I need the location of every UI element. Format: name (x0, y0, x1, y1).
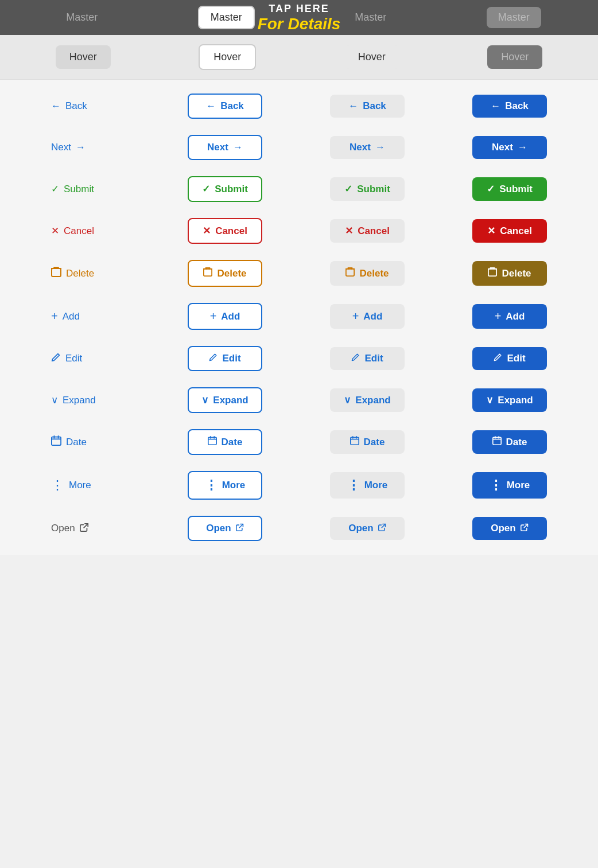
submit-check-icon-gray: ✓ (344, 183, 352, 195)
expand-gray-btn[interactable]: ∨ Expand (330, 388, 405, 412)
for-details-text: For Details (258, 15, 341, 33)
svg-rect-32 (492, 437, 500, 445)
edit-filled-btn[interactable]: Edit (472, 347, 547, 370)
submit-check-icon-outline: ✓ (202, 183, 210, 195)
edit-pencil-icon-filled (494, 353, 502, 364)
master-plain-3: Master (345, 7, 395, 28)
open-external-icon-filled (521, 523, 529, 534)
hover-gray[interactable]: Hover (344, 45, 399, 69)
back-arrow-icon-outline: ← (206, 100, 216, 112)
delete-filled-btn[interactable]: Delete (472, 261, 547, 286)
expand-chevron-icon-gray: ∨ (344, 394, 351, 406)
delete-trash-icon-filled (488, 267, 497, 280)
expand-plain: ∨ Expand (51, 388, 120, 412)
open-external-icon-outline (236, 523, 244, 534)
cancel-x-icon-plain: ✕ (51, 225, 59, 237)
date-outline-btn[interactable]: Date (188, 429, 262, 455)
back-arrow-icon-filled: ← (491, 100, 500, 112)
add-plus-icon-plain: + (51, 310, 58, 323)
master-outline-2[interactable]: Master (198, 6, 255, 29)
more-filled-btn[interactable]: ⋮ More (472, 472, 547, 499)
cancel-filled-btn[interactable]: ✕ Cancel (472, 219, 547, 243)
add-outline-btn[interactable]: + Add (188, 303, 262, 330)
svg-rect-28 (350, 437, 358, 445)
expand-outline-btn[interactable]: ∨ Expand (188, 387, 262, 413)
delete-trash-icon-gray (345, 267, 355, 280)
add-gray-btn[interactable]: + Add (330, 304, 405, 329)
cancel-gray-btn[interactable]: ✕ Cancel (330, 219, 405, 243)
more-gray-btn[interactable]: ⋮ More (330, 472, 405, 499)
next-gray-btn[interactable]: Next → (330, 136, 405, 159)
back-outline-btn[interactable]: ← Back (188, 94, 262, 119)
hover-plain[interactable]: Hover (56, 45, 111, 69)
tap-here-text: TAP HERE (258, 3, 341, 15)
cancel-outline-btn[interactable]: ✕ Cancel (188, 218, 262, 244)
back-filled-btn[interactable]: ← Back (472, 95, 547, 118)
open-outline-btn[interactable]: Open (188, 516, 262, 541)
add-plain: + Add (51, 304, 120, 329)
more-outline-btn[interactable]: ⋮ More (188, 471, 262, 500)
master-filled-4[interactable]: Master (487, 7, 541, 28)
date-filled-btn[interactable]: Date (472, 430, 547, 454)
back-arrow-icon-gray: ← (348, 100, 358, 112)
date-gray-btn[interactable]: Date (330, 430, 405, 454)
add-plus-icon-gray: + (352, 310, 359, 323)
hover-row: Hover Hover Hover Hover (0, 35, 598, 80)
submit-check-icon-filled: ✓ (487, 183, 495, 195)
date-calendar-icon-filled (492, 436, 502, 448)
date-calendar-icon-outline (208, 436, 217, 448)
delete-trash-icon-plain (51, 266, 61, 281)
svg-rect-10 (346, 269, 354, 276)
delete-plain: Delete (51, 260, 120, 286)
cancel-x-icon-gray: ✕ (345, 225, 353, 237)
cancel-row: ✕ Cancel ✕ Cancel ✕ Cancel ✕ Cancel (17, 210, 581, 252)
next-arrow-icon-plain: → (76, 142, 86, 153)
next-filled-btn[interactable]: Next → (472, 136, 547, 159)
submit-gray-btn[interactable]: ✓ Submit (330, 177, 405, 201)
submit-filled-btn[interactable]: ✓ Submit (472, 177, 547, 201)
edit-pencil-icon-outline (209, 353, 218, 364)
add-filled-btn[interactable]: + Add (472, 304, 547, 329)
delete-gray-btn[interactable]: Delete (330, 261, 405, 286)
submit-row: ✓ Submit ✓ Submit ✓ Submit ✓ Submit (17, 168, 581, 210)
edit-pencil-icon-gray (351, 353, 360, 364)
expand-chevron-icon-plain: ∨ (51, 394, 58, 406)
open-external-icon-gray (378, 523, 386, 534)
next-plain: Next → (51, 136, 120, 159)
submit-outline-btn[interactable]: ✓ Submit (188, 176, 262, 202)
more-dots-icon-outline: ⋮ (205, 478, 218, 493)
expand-filled-btn[interactable]: ∨ Expand (472, 388, 547, 412)
hover-outline[interactable]: Hover (199, 44, 256, 70)
tap-overlay: TAP HERE For Details (258, 3, 341, 33)
delete-outline-btn[interactable]: Delete (188, 260, 262, 287)
back-arrow-icon-plain: ← (51, 100, 61, 112)
edit-pencil-icon-plain (51, 352, 61, 365)
svg-rect-24 (208, 437, 216, 445)
back-gray-btn[interactable]: ← Back (330, 95, 405, 118)
date-plain: Date (51, 430, 120, 454)
open-filled-btn[interactable]: Open (472, 517, 547, 540)
add-plus-icon-outline: + (210, 310, 217, 323)
more-row: ⋮ More ⋮ More ⋮ More ⋮ More (17, 463, 581, 508)
open-gray-btn[interactable]: Open (330, 517, 405, 540)
delete-row: Delete Delete (17, 252, 581, 295)
expand-row: ∨ Expand ∨ Expand ∨ Expand ∨ Expand (17, 379, 581, 421)
edit-gray-btn[interactable]: Edit (330, 347, 405, 370)
edit-row: Edit Edit Edit Edit (17, 338, 581, 379)
next-arrow-icon-outline: → (233, 142, 243, 153)
back-plain: ← Back (51, 95, 120, 118)
cancel-plain: ✕ Cancel (51, 219, 120, 243)
date-calendar-icon-plain (51, 435, 61, 449)
add-plus-icon-filled: + (495, 310, 502, 323)
delete-trash-icon-outline (203, 267, 212, 280)
more-plain: ⋮ More (51, 472, 120, 499)
submit-plain: ✓ Submit (51, 177, 120, 201)
date-calendar-icon-gray (350, 436, 359, 448)
cancel-x-icon-outline: ✕ (203, 225, 211, 237)
top-bar: Master Master TAP HERE For Details Maste… (0, 0, 598, 35)
hover-filled-dark[interactable]: Hover (487, 45, 542, 69)
more-dots-icon-filled: ⋮ (490, 478, 502, 493)
next-outline-btn[interactable]: Next → (188, 135, 262, 160)
submit-check-icon-plain: ✓ (51, 183, 59, 195)
edit-outline-btn[interactable]: Edit (188, 346, 262, 371)
